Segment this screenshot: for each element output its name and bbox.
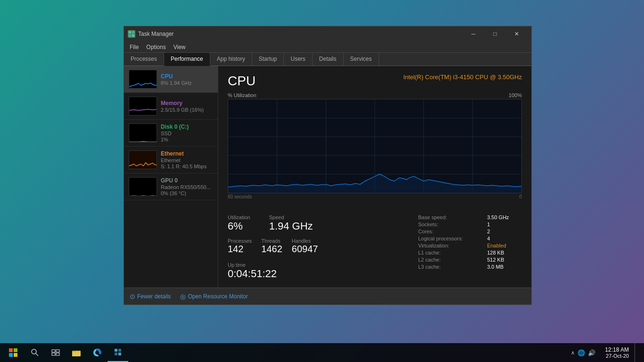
cores-label: Cores:: [418, 229, 476, 234]
taskbar: ∧ 🌐 🔊 12:18 AM 27-Oct-20: [0, 343, 644, 362]
ethernet-mini-chart: [129, 150, 157, 169]
sockets-value: 1: [487, 222, 522, 227]
chart-label-right: 100%: [509, 92, 522, 98]
svg-rect-28: [115, 353, 117, 355]
menu-view[interactable]: View: [170, 43, 190, 51]
svg-rect-29: [118, 353, 121, 355]
cpu-info: CPU 6% 1.94 GHz: [161, 73, 213, 86]
window-controls: ─ □ ✕: [462, 26, 528, 41]
l2-label: L2 cache:: [418, 257, 476, 263]
taskbar-search[interactable]: [25, 343, 45, 362]
virt-label: Virtualization:: [418, 243, 476, 248]
svg-rect-1: [132, 31, 134, 33]
title-bar: Task Manager ─ □ ✕: [124, 26, 531, 41]
cpu-header: CPU Intel(R) Core(TM) i3-4150 CPU @ 3.50…: [228, 74, 522, 89]
svg-point-18: [32, 349, 36, 354]
taskbar-task-view[interactable]: [45, 343, 66, 362]
minimize-button[interactable]: ─: [462, 26, 484, 41]
svg-rect-25: [72, 351, 76, 352]
svg-line-19: [36, 354, 38, 356]
gpu-sub: 0% (36 °C): [161, 190, 213, 196]
start-button[interactable]: [2, 343, 25, 362]
tray-volume[interactable]: 🔊: [588, 349, 595, 356]
cpu-name: CPU: [161, 73, 213, 80]
cpu-chart: [228, 99, 522, 193]
tray-chevron[interactable]: ∧: [571, 350, 575, 356]
sidebar: CPU 6% 1.94 GHz Memory 2.5/15.9 GB (16%): [124, 66, 218, 288]
tab-performance[interactable]: Performance: [164, 53, 210, 66]
fewer-details-button[interactable]: ⊙ Fewer details: [130, 293, 171, 300]
tab-processes[interactable]: Processes: [124, 53, 164, 66]
l1-label: L1 cache:: [418, 250, 476, 255]
taskbar-edge[interactable]: [87, 343, 107, 362]
l3-label: L3 cache:: [418, 264, 476, 270]
ethernet-sub: S: 1.1 R: 40.5 Mbps: [161, 164, 213, 169]
gpu-info: GPU 0 Radeon RX550/550... 0% (36 °C): [161, 177, 213, 196]
disk-mini-chart: [129, 123, 157, 142]
tray-network[interactable]: 🌐: [578, 349, 585, 356]
svg-rect-17: [14, 353, 17, 357]
tab-startup[interactable]: Startup: [252, 53, 284, 66]
svg-rect-2: [129, 34, 131, 37]
taskbar-task-manager-running[interactable]: [107, 343, 128, 362]
disk-name: Disk 0 (C:): [161, 123, 213, 130]
ethernet-type: Ethernet: [161, 157, 213, 163]
svg-rect-22: [52, 353, 55, 355]
sidebar-item-cpu[interactable]: CPU 6% 1.94 GHz: [124, 66, 218, 93]
tab-users[interactable]: Users: [284, 53, 312, 66]
chart-label-left: % Utilization: [228, 92, 256, 98]
tab-bar: Processes Performance App history Startu…: [124, 53, 531, 66]
taskbar-file-explorer[interactable]: [66, 343, 87, 362]
tab-app-history[interactable]: App history: [210, 53, 252, 66]
sidebar-item-memory[interactable]: Memory 2.5/15.9 GB (16%): [124, 93, 218, 120]
open-resource-monitor-button[interactable]: ◎ Open Resource Monitor: [180, 293, 248, 300]
sidebar-item-ethernet[interactable]: Ethernet Ethernet S: 1.1 R: 40.5 Mbps: [124, 147, 218, 173]
svg-rect-26: [115, 349, 117, 352]
fewer-details-icon: ⊙: [130, 293, 135, 300]
disk-sub: 1%: [161, 137, 213, 142]
svg-rect-15: [14, 348, 17, 352]
clock[interactable]: 12:18 AM 27-Oct-20: [601, 346, 633, 359]
disk-info: Disk 0 (C:) SSD 1%: [161, 123, 213, 142]
time-label-right: 0: [519, 194, 522, 199]
tab-details[interactable]: Details: [313, 53, 344, 66]
close-button[interactable]: ✕: [506, 26, 528, 41]
maximize-button[interactable]: □: [484, 26, 506, 41]
memory-info: Memory 2.5/15.9 GB (16%): [161, 100, 213, 113]
svg-rect-16: [9, 353, 13, 357]
window-title: Task Manager: [138, 31, 462, 37]
speed-stat: Speed 1.94 GHz: [269, 214, 313, 232]
svg-rect-3: [132, 34, 134, 37]
system-tray-icons[interactable]: ∧ 🌐 🔊: [567, 349, 599, 356]
cpu-mini-chart: [129, 70, 157, 89]
sidebar-item-gpu[interactable]: GPU 0 Radeon RX550/550... 0% (36 °C): [124, 173, 218, 200]
clock-date: 27-Oct-20: [605, 353, 629, 359]
sidebar-item-disk[interactable]: Disk 0 (C:) SSD 1%: [124, 120, 218, 147]
clock-time: 12:18 AM: [605, 346, 629, 353]
cpu-sub: 6% 1.94 GHz: [161, 80, 213, 86]
menu-options[interactable]: Options: [142, 43, 169, 51]
uptime-label: Up time: [228, 262, 418, 268]
threads-label: Threads: [261, 238, 282, 244]
resource-monitor-icon: ◎: [180, 293, 186, 300]
handles-value: 60947: [292, 244, 318, 255]
menu-bar: File Options View: [124, 41, 531, 53]
threads-value: 1462: [261, 244, 282, 255]
svg-rect-20: [52, 350, 55, 352]
gpu-mini-chart: [129, 177, 157, 196]
ethernet-info: Ethernet Ethernet S: 1.1 R: 40.5 Mbps: [161, 150, 213, 169]
show-desktop-button[interactable]: [635, 343, 638, 362]
base-speed-value: 3.50 GHz: [487, 214, 522, 220]
tab-services[interactable]: Services: [344, 53, 379, 66]
svg-marker-13: [228, 174, 521, 193]
logical-value: 4: [487, 236, 522, 241]
threads-stat: Threads 1462: [261, 238, 282, 255]
l3-value: 3.0 MB: [487, 264, 522, 270]
l1-value: 128 KB: [487, 250, 522, 255]
cores-value: 2: [487, 229, 522, 234]
menu-file[interactable]: File: [126, 43, 142, 51]
svg-rect-27: [118, 349, 121, 352]
fewer-details-label: Fewer details: [137, 293, 171, 300]
speed-label: Speed: [269, 214, 313, 220]
svg-rect-14: [9, 348, 13, 352]
